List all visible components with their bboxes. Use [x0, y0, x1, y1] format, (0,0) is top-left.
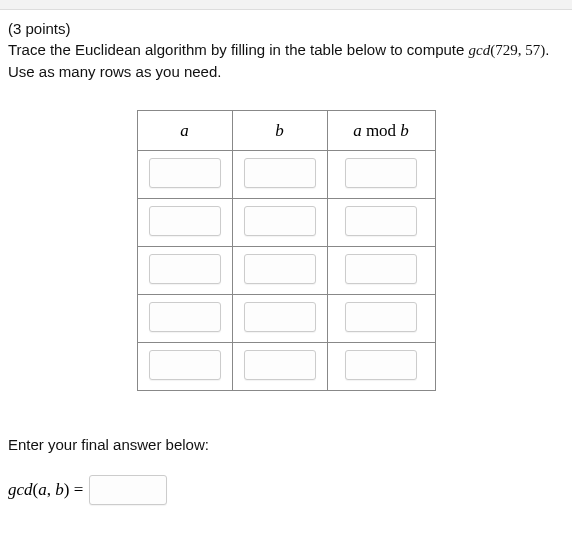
- euclid-table: a b a mod b: [137, 110, 436, 391]
- cell-input[interactable]: [244, 302, 316, 332]
- header-amodb: a mod b: [327, 111, 435, 151]
- header-amodb-mod: mod: [362, 121, 401, 140]
- final-gcd-label: gcd: [8, 480, 33, 499]
- cell-input[interactable]: [149, 206, 221, 236]
- table-row: [137, 151, 435, 199]
- cell-input[interactable]: [244, 206, 316, 236]
- header-amodb-a: a: [353, 121, 362, 140]
- table-row: [137, 199, 435, 247]
- cell-input[interactable]: [244, 254, 316, 284]
- final-answer-prompt: Enter your final answer below:: [8, 436, 564, 453]
- cell-input[interactable]: [244, 158, 316, 188]
- cell-input[interactable]: [149, 254, 221, 284]
- final-gcd-expr: gcd(a, b) =: [8, 480, 83, 500]
- cell-input[interactable]: [149, 158, 221, 188]
- cell-input[interactable]: [345, 158, 417, 188]
- header-amodb-b: b: [400, 121, 409, 140]
- header-b: b: [232, 111, 327, 151]
- table-row: [137, 247, 435, 295]
- points-label: (3 points): [8, 20, 564, 37]
- table-row: [137, 295, 435, 343]
- cell-input[interactable]: [345, 206, 417, 236]
- table-row: [137, 343, 435, 391]
- table-wrap: a b a mod b: [8, 110, 564, 391]
- cell-input[interactable]: [345, 302, 417, 332]
- cell-input[interactable]: [149, 302, 221, 332]
- top-bar: [0, 0, 572, 10]
- cell-input[interactable]: [149, 350, 221, 380]
- prompt-pre: Trace the Euclidean algorithm by filling…: [8, 41, 469, 58]
- cell-input[interactable]: [345, 254, 417, 284]
- final-eq: =: [69, 480, 83, 499]
- content: (3 points) Trace the Euclidean algorithm…: [0, 10, 572, 525]
- gcd-label: gcd: [469, 42, 491, 58]
- header-a: a: [137, 111, 232, 151]
- cell-input[interactable]: [244, 350, 316, 380]
- problem-prompt: Trace the Euclidean algorithm by filling…: [8, 39, 564, 82]
- final-answer-input[interactable]: [89, 475, 167, 505]
- final-gcd-args: (a, b): [33, 480, 70, 499]
- cell-input[interactable]: [345, 350, 417, 380]
- gcd-args: (729, 57): [490, 42, 545, 58]
- table-header-row: a b a mod b: [137, 111, 435, 151]
- final-answer-row: gcd(a, b) =: [8, 475, 564, 505]
